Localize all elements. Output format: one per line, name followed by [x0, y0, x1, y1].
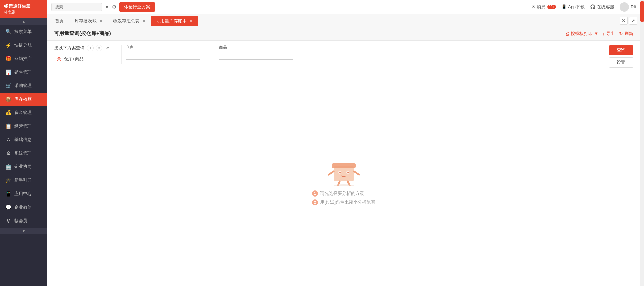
app-download-label: App下载 [568, 4, 585, 10]
topbar: ▼ ⚙ 体验行业方案 ✉ 消息 99+ 📱 App下载 🎧 在线客服 Rit [47, 0, 640, 14]
trial-btn[interactable]: 体验行业方案 [119, 2, 155, 12]
cart-icon: 🛒 [5, 83, 11, 89]
sidebar-scroll-up[interactable]: ▲ [0, 18, 47, 25]
sidebar-item-app-center[interactable]: 📱 应用中心 [0, 187, 47, 201]
refresh-label: 刷新 [624, 31, 633, 37]
box-icon: 📦 [5, 96, 11, 102]
wechat-icon: 💬 [5, 204, 11, 210]
chart-icon: 📊 [5, 69, 11, 75]
message-badge: 99+ [547, 5, 556, 9]
export-action[interactable]: ↑ 导出 [602, 31, 615, 37]
refresh-icon: ↻ [619, 31, 623, 36]
topbar-gear-icon[interactable]: ⚙ [112, 4, 117, 10]
sidebar-item-label: 畅会员 [14, 218, 27, 224]
query-button[interactable]: 查询 [609, 45, 633, 55]
sidebar-item-label: 企业微信 [14, 204, 32, 210]
scheme-item-warehouse-product[interactable]: ◎ 仓库+商品 [54, 54, 117, 64]
sidebar-item-label: 销售管理 [14, 69, 32, 75]
sidebar-item-base[interactable]: 🗂 基础信息 [0, 133, 47, 147]
sidebar-item-wechat[interactable]: 💬 企业微信 [0, 201, 47, 214]
sidebar-item-purchase[interactable]: 🛒 采购管理 [0, 79, 47, 93]
query-area: 按以下方案查询 + ⚙ « ◎ 仓库+商品 仓库 ··· [47, 41, 640, 72]
headset-icon: 🎧 [590, 4, 595, 9]
tab-available-ledger-label: 可用量库存账本 [156, 18, 187, 24]
sidebar-item-label: 系统管理 [14, 150, 32, 156]
sidebar-item-shortcut[interactable]: ⚡ 快捷导航 [0, 38, 47, 52]
message-item[interactable]: ✉ 消息 99+ [532, 4, 556, 10]
add-scheme-btn[interactable]: + [87, 45, 94, 51]
empty-tip-1: 1 请先选择要分析的方案 [312, 190, 375, 197]
svg-rect-1 [332, 163, 356, 168]
sidebar-item-marketing[interactable]: 🎁 营销推广 [0, 52, 47, 66]
phone-icon: 📱 [561, 4, 567, 9]
sidebar-item-label: 搜索菜单 [14, 29, 32, 35]
tab-batch-ledger-close[interactable]: ✕ [99, 19, 102, 23]
topbar-right: ✉ 消息 99+ 📱 App下载 🎧 在线客服 Rit [532, 2, 636, 12]
sidebar-item-newbie[interactable]: 🎓 新手引导 [0, 174, 47, 187]
filter-field-warehouse: 仓库 ··· [126, 45, 213, 60]
warehouse-input-row: ··· [126, 52, 213, 60]
tab-home[interactable]: 首页 [50, 16, 69, 26]
app-logo[interactable]: 畅康通好生意 标准版 [0, 0, 47, 18]
sidebar-item-business[interactable]: 📋 经营管理 [0, 120, 47, 133]
sidebar-item-label: 采购管理 [14, 83, 32, 89]
empty-tip-2: 2 用[过滤]条件来缩小分析范围 [312, 199, 375, 205]
sidebar-item-label: 应用中心 [14, 191, 32, 197]
app-download-item[interactable]: 📱 App下载 [561, 4, 585, 10]
search-input[interactable] [51, 3, 102, 11]
message-label: 消息 [537, 4, 545, 10]
collapse-btn[interactable]: « [104, 45, 111, 51]
tab-receipt-summary-close[interactable]: ✕ [142, 19, 145, 23]
sidebar-item-label: 营销推广 [14, 56, 32, 62]
message-icon: ✉ [532, 4, 535, 9]
user-avatar-item[interactable]: Rit [620, 2, 636, 12]
empty-state: 1 请先选择要分析的方案 2 用[过滤]条件来缩小分析范围 [47, 72, 640, 286]
tabbar-expand-btn[interactable]: ⤢ [629, 17, 637, 25]
warehouse-more-btn[interactable]: ··· [201, 53, 205, 58]
sidebar-item-search[interactable]: 🔍 搜索菜单 [0, 25, 47, 38]
settings-scheme-btn[interactable]: ⚙ [96, 45, 102, 51]
sidebar-item-member[interactable]: V 畅会员 [0, 214, 47, 228]
folder-icon: 🗂 [5, 137, 11, 142]
app-version: 标准版 [4, 9, 43, 15]
tabbar-close-all-btn[interactable]: ✕ [620, 17, 628, 25]
print-template-label: 按模板打印 [571, 31, 593, 37]
warehouse-input[interactable] [126, 52, 200, 60]
svg-point-10 [334, 184, 354, 186]
sidebar-item-sales[interactable]: 📊 销售管理 [0, 66, 47, 79]
svg-point-5 [347, 172, 349, 173]
page-title: 可用量查询(按仓库+商品) [54, 30, 111, 37]
sidebar-item-inventory[interactable]: 📦 库存核算 [0, 93, 47, 106]
product-label: 商品 [219, 45, 307, 50]
sidebar-scroll-down[interactable]: ▼ [0, 228, 47, 234]
tab-batch-ledger-label: 库存批次账 [75, 18, 97, 24]
product-input[interactable] [219, 52, 293, 60]
svg-line-6 [329, 171, 334, 175]
tab-batch-ledger[interactable]: 库存批次账 ✕ [70, 16, 107, 26]
sidebar-item-finance[interactable]: 💰 资金管理 [0, 106, 47, 120]
gift-icon: 🎁 [5, 56, 11, 62]
tab-receipt-summary[interactable]: 收发存汇总表 ✕ [108, 16, 150, 26]
sidebar: 畅康通好生意 标准版 ▲ 🔍 搜索菜单 ⚡ 快捷导航 🎁 营销推广 📊 销售管理… [0, 0, 47, 286]
gear-icon: ⚙ [5, 150, 11, 156]
product-more-btn[interactable]: ··· [294, 53, 299, 58]
refresh-action[interactable]: ↻ 刷新 [619, 31, 633, 37]
right-scrollbar[interactable] [640, 0, 644, 286]
tab-available-ledger[interactable]: 可用量库存账本 ✕ [151, 16, 198, 26]
online-service-item[interactable]: 🎧 在线客服 [590, 4, 614, 10]
sidebar-item-label: 快捷导航 [14, 42, 32, 48]
building-icon: 🏢 [5, 164, 11, 170]
empty-illustration [327, 153, 361, 186]
product-input-row: ··· [219, 52, 307, 60]
empty-text: 1 请先选择要分析的方案 2 用[过滤]条件来缩小分析范围 [312, 190, 375, 205]
sidebar-item-label: 基础信息 [14, 137, 32, 143]
tab-available-ledger-close[interactable]: ✕ [189, 19, 192, 23]
online-service-label: 在线客服 [597, 4, 614, 10]
sidebar-item-system[interactable]: ⚙ 系统管理 [0, 147, 47, 160]
print-template-action[interactable]: 🖨 按模板打印 ▼ [565, 31, 598, 37]
sidebar-item-enterprise[interactable]: 🏢 企业协同 [0, 160, 47, 174]
settings-button[interactable]: 设置 [609, 57, 633, 68]
dropdown-icon[interactable]: ▼ [105, 4, 109, 10]
sidebar-item-label: 库存核算 [14, 96, 32, 102]
tabbar: 首页 库存批次账 ✕ 收发存汇总表 ✕ 可用量库存账本 ✕ ✕ ⤢ [47, 14, 640, 27]
